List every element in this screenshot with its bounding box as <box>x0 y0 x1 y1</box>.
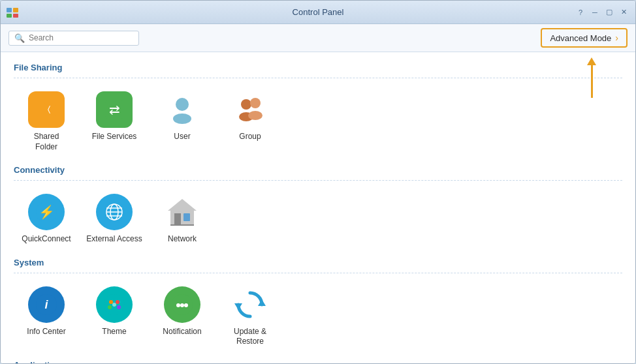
notification-icon <box>164 286 200 323</box>
user-item[interactable]: User <box>150 86 215 157</box>
titlebar-app-icons <box>6 6 19 19</box>
shared-folder-item[interactable]: 〈 SharedFolder <box>14 86 79 157</box>
connectivity-label: Connectivity <box>14 165 622 175</box>
update-restore-icon <box>232 286 268 323</box>
connectivity-divider <box>14 180 622 181</box>
svg-text:〈: 〈 <box>42 105 51 115</box>
theme-item[interactable]: Theme <box>82 281 147 352</box>
svg-point-34 <box>176 303 180 307</box>
info-center-label: Info Center <box>27 327 65 337</box>
shared-folder-label: SharedFolder <box>34 132 59 152</box>
file-services-label: File Services <box>92 132 137 142</box>
svg-point-9 <box>241 99 251 110</box>
main-window: Control Panel ? ─ ▢ ✕ 🔍 Advanced Mode › … <box>0 0 636 364</box>
system-grid: i Info Center <box>14 281 622 352</box>
advanced-mode-button[interactable]: Advanced Mode › <box>541 28 628 48</box>
search-box[interactable]: 🔍 <box>8 31 139 46</box>
svg-rect-23 <box>183 213 190 221</box>
section-connectivity: Connectivity ⚡ QuickConnect <box>14 165 622 250</box>
svg-text:⇄: ⇄ <box>109 102 120 117</box>
svg-point-8 <box>173 114 191 124</box>
content-area: File Sharing 〈 SharedFolder <box>1 52 635 363</box>
theme-icon <box>96 286 133 323</box>
search-input[interactable] <box>29 33 133 42</box>
svg-rect-2 <box>7 14 12 18</box>
toolbar: 🔍 Advanced Mode › <box>1 24 635 52</box>
user-icon <box>164 91 200 128</box>
group-item[interactable]: Group <box>217 86 283 157</box>
external-access-icon <box>96 194 133 230</box>
svg-point-28 <box>109 300 113 304</box>
file-sharing-label: File Sharing <box>14 63 622 72</box>
user-label: User <box>174 132 190 142</box>
svg-marker-38 <box>234 303 242 310</box>
svg-point-30 <box>108 305 112 309</box>
chevron-right-icon: › <box>615 33 618 43</box>
update-restore-label: Update & Restore <box>220 327 280 347</box>
file-sharing-grid: 〈 SharedFolder ⇄ File Services <box>14 86 622 157</box>
svg-point-7 <box>176 98 189 111</box>
svg-text:⚡: ⚡ <box>39 204 55 220</box>
group-icon <box>232 91 268 128</box>
external-access-item[interactable]: External Access <box>82 189 147 250</box>
arrow-annotation <box>587 57 596 98</box>
svg-marker-21 <box>168 199 197 225</box>
svg-rect-0 <box>7 8 12 12</box>
svg-rect-3 <box>13 14 18 18</box>
quickconnect-label: QuickConnect <box>22 234 71 245</box>
svg-marker-37 <box>258 299 266 306</box>
notification-label: Notification <box>163 327 201 337</box>
svg-point-31 <box>117 305 121 309</box>
svg-rect-1 <box>13 8 18 12</box>
quickconnect-item[interactable]: ⚡ QuickConnect <box>14 189 79 250</box>
update-restore-item[interactable]: Update & Restore <box>217 281 283 352</box>
svg-point-32 <box>112 303 116 307</box>
info-center-item[interactable]: i Info Center <box>14 281 79 352</box>
connectivity-grid: ⚡ QuickConnect <box>14 189 622 250</box>
minimize-button[interactable]: ─ <box>588 6 601 19</box>
external-access-label: External Access <box>86 234 142 245</box>
file-sharing-divider <box>14 78 622 78</box>
svg-point-11 <box>250 98 261 108</box>
window-title: Control Panel <box>293 7 344 17</box>
shared-folder-icon: 〈 <box>28 91 65 128</box>
titlebar: Control Panel ? ─ ▢ ✕ <box>1 1 635 24</box>
app-icon <box>6 6 19 19</box>
system-divider <box>14 273 622 273</box>
notification-item[interactable]: Notification <box>150 281 215 352</box>
section-file-sharing: File Sharing 〈 SharedFolder <box>14 63 622 157</box>
search-icon: 🔍 <box>14 33 25 43</box>
arrow-head-icon <box>587 57 596 65</box>
svg-point-36 <box>184 303 188 307</box>
svg-point-29 <box>116 300 119 304</box>
system-label: System <box>14 258 622 267</box>
window-controls: ? ─ ▢ ✕ <box>574 6 630 19</box>
network-item[interactable]: Network <box>150 189 215 250</box>
applications-label: Applications <box>14 360 622 363</box>
group-label: Group <box>239 132 261 142</box>
theme-label: Theme <box>102 327 126 337</box>
advanced-mode-label: Advanced Mode <box>550 33 611 43</box>
arrow-line <box>591 65 593 98</box>
network-icon <box>164 194 200 230</box>
svg-point-12 <box>248 111 262 120</box>
maximize-button[interactable]: ▢ <box>603 6 616 19</box>
file-services-icon: ⇄ <box>96 91 133 128</box>
file-services-item[interactable]: ⇄ File Services <box>82 86 147 157</box>
section-applications: Applications Indexing Service <box>14 360 622 363</box>
network-label: Network <box>168 234 197 245</box>
quickconnect-icon: ⚡ <box>28 194 65 230</box>
help-button[interactable]: ? <box>574 6 587 19</box>
section-system: System i Info Center <box>14 258 622 352</box>
close-button[interactable]: ✕ <box>617 6 630 19</box>
info-center-icon: i <box>28 286 65 323</box>
svg-point-35 <box>180 303 184 307</box>
svg-rect-22 <box>174 213 181 225</box>
